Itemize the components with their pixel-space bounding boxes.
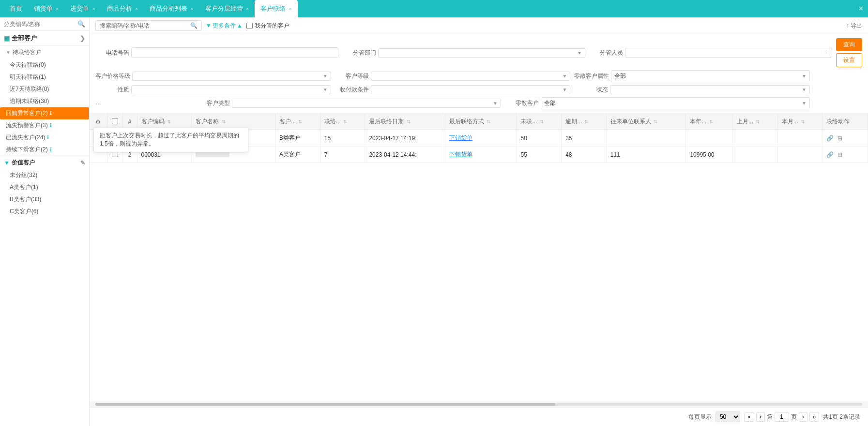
payment-select[interactable]: ▼ — [371, 85, 571, 94]
row1-last-method[interactable]: 下销货单 — [445, 130, 517, 147]
sidebar-item-tomorrow-contact[interactable]: 明天待联络(1) — [0, 71, 89, 83]
info-icon-declining: ℹ — [50, 147, 52, 153]
scrollbar-thumb[interactable] — [95, 403, 555, 406]
col-last-month[interactable]: 上月... ⇅ — [732, 114, 777, 130]
first-page-btn[interactable]: « — [744, 412, 754, 422]
setting-button[interactable]: 设置 — [836, 53, 862, 67]
sidebar-item-today-contact[interactable]: 今天待联络(0) — [0, 59, 89, 71]
sidebar-search-input[interactable] — [4, 21, 77, 28]
sidebar-item-ungrouped[interactable]: 未分组(32) — [0, 169, 89, 181]
prev-page-btn[interactable]: ‹ — [756, 412, 765, 422]
sidebar-value-group[interactable]: ▼ 价值客户 ✎ — [0, 156, 89, 169]
status-select[interactable]: ▼ — [610, 85, 810, 94]
col-contact-count[interactable]: 联络... ⇅ — [320, 114, 365, 130]
customer-type-select[interactable]: ▼ — [232, 99, 501, 108]
nature-select[interactable]: ▼ — [131, 85, 331, 94]
close-purchase-tab[interactable]: × — [92, 6, 95, 12]
close-product-list-tab[interactable]: × — [190, 6, 193, 12]
row2-last-method[interactable]: 下销货单 — [445, 147, 517, 163]
nav-item-home[interactable]: 首页 — [4, 0, 28, 17]
row1-link-icon[interactable]: 🔗 — [826, 135, 834, 142]
retail-attr-select[interactable]: 全部 ▼ — [611, 70, 810, 82]
arrow-value-icon: ▼ — [4, 160, 10, 166]
sidebar-item-c-class[interactable]: C类客户(6) — [0, 206, 89, 218]
sidebar-item-overdue-contact[interactable]: 逾期未联络(30) — [0, 95, 89, 107]
customer-level-select[interactable]: ▼ — [371, 72, 571, 81]
more-dots-icon[interactable]: ··· — [95, 100, 101, 107]
row2-this-month — [777, 147, 822, 163]
manager-select[interactable]: ··· — [625, 48, 832, 58]
status-label: 状态 — [574, 86, 608, 94]
row1-grid-icon[interactable]: ⊞ — [838, 135, 842, 142]
nav-item-product-analysis[interactable]: 商品分析 × — [101, 0, 144, 17]
col-contact-person[interactable]: 往来单位联系人 ⇅ — [606, 114, 686, 130]
customer-type-label: 客户类型 — [196, 99, 230, 107]
filter-cell-retail-attr: 零散客户属性 全部 ▼ — [574, 70, 810, 82]
query-button[interactable]: 查询 — [836, 38, 862, 51]
customer-level-down-icon: ▼ — [562, 73, 567, 79]
close-customer-contact-tab[interactable]: × — [289, 6, 291, 12]
row2-action-icons: 🔗 ⊞ — [826, 151, 864, 158]
col-level[interactable]: 客户... ⇅ — [275, 114, 320, 130]
per-page-select[interactable]: 50 20 100 — [716, 411, 740, 422]
col-last-method[interactable]: 最后联络方式 ⇅ — [445, 114, 517, 130]
last-page-btn[interactable]: » — [809, 412, 820, 422]
sidebar-item-churn-warning[interactable]: 流失预警客户(3) ℹ — [0, 119, 89, 132]
row2-action: 🔗 ⊞ — [822, 147, 868, 163]
table-container[interactable]: ⚙ # 客户编码 ⇅ 客户名称 ⇅ — [90, 114, 868, 401]
close-product-analysis-tab[interactable]: × — [135, 6, 138, 12]
nav-item-customer-contact[interactable]: 客户联络 × — [255, 0, 297, 17]
sidebar-item-7day-contact[interactable]: 近7天待联络(0) — [0, 83, 89, 95]
sidebar-group-pending-contact[interactable]: ▼ 待联络客户 — [0, 46, 89, 59]
sidebar-item-a-class[interactable]: A类客户(1) — [0, 181, 89, 193]
next-page-btn[interactable]: › — [799, 412, 807, 422]
search-button-icon[interactable]: 🔍 — [190, 22, 198, 29]
sidebar-item-b-class[interactable]: B类客户(33) — [0, 193, 89, 206]
sidebar-item-declining[interactable]: 持续下滑客户(2) ℹ — [0, 144, 89, 156]
edit-value-icon[interactable]: ✎ — [80, 160, 85, 166]
row2-link-icon[interactable]: 🔗 — [826, 151, 834, 158]
filter-row-3: 性质 ▼ 收付款条件 ▼ 状态 — [95, 85, 862, 94]
customer-type-down-icon: ▼ — [493, 101, 498, 106]
nav-item-customer-layer[interactable]: 客户分层经营 × — [199, 0, 255, 17]
sidebar-search-icon[interactable]: 🔍 — [77, 20, 85, 28]
row2-uncontacted: 55 — [517, 147, 562, 163]
payment-label: 收付款条件 — [335, 86, 369, 94]
close-all-button[interactable]: × — [859, 4, 863, 13]
main-layout: 🔍 ▦ 全部客户 ❯ ▼ 待联络客户 今天待联络(0) 明天待联络(1) 近7天… — [0, 17, 868, 426]
my-customer-check[interactable] — [246, 23, 253, 29]
sort-this-year-icon: ⇅ — [709, 119, 713, 124]
page-input[interactable] — [775, 412, 789, 422]
row1-contact-person — [606, 130, 686, 147]
col-this-month[interactable]: 本月... ⇅ — [777, 114, 822, 130]
export-button[interactable]: ↑ 导出 — [846, 22, 862, 30]
grid-icon: ▦ — [4, 35, 10, 42]
sidebar-item-churned[interactable]: 已流失客户(24) ℹ — [0, 132, 89, 144]
filter-row-4: ··· 客户类型 ▼ 零散客户 全部 ▼ — [95, 97, 862, 109]
col-this-year[interactable]: 本年... ⇅ — [686, 114, 733, 130]
sort-overdue-icon: ⇅ — [584, 119, 588, 124]
my-customer-checkbox[interactable]: 我分管的客户 — [246, 22, 289, 30]
col-uncontacted[interactable]: 未联... ⇅ — [517, 114, 562, 130]
nav-item-product-list[interactable]: 商品分析列表 × — [144, 0, 199, 17]
manager-dots-icon: ··· — [824, 50, 829, 56]
close-sales-tab[interactable]: × — [56, 6, 59, 12]
retail-customer-select[interactable]: 全部 ▼ — [541, 97, 810, 109]
filter-row-2: 客户价格等级 ▼ 客户等级 ▼ 零散客户属性 全部 — [95, 70, 862, 82]
horizontal-scrollbar[interactable] — [90, 401, 868, 407]
col-overdue[interactable]: 逾期... ⇅ — [562, 114, 607, 130]
nav-item-purchase[interactable]: 进货单 × — [64, 0, 101, 17]
collapse-sidebar-btn[interactable]: ❯ — [80, 35, 85, 42]
phone-input[interactable] — [131, 47, 338, 58]
close-customer-layer-tab[interactable]: × — [246, 6, 249, 12]
price-level-select[interactable]: ▼ — [132, 72, 331, 81]
sidebar-item-repurchase-abnormal[interactable]: 回购异常客户(2) ℹ — [0, 107, 89, 119]
dept-select[interactable]: ▼ — [378, 48, 585, 58]
col-last-date[interactable]: 最后联络日期 ⇅ — [365, 114, 445, 130]
search-input[interactable] — [100, 22, 190, 29]
nav-item-sales[interactable]: 销货单 × — [28, 0, 64, 17]
more-conditions-btn[interactable]: ▼ 更多条件 ▲ — [206, 22, 243, 30]
row2-grid-icon[interactable]: ⊞ — [838, 151, 842, 158]
select-all-checkbox[interactable] — [112, 118, 118, 124]
sidebar: 🔍 ▦ 全部客户 ❯ ▼ 待联络客户 今天待联络(0) 明天待联络(1) 近7天… — [0, 17, 90, 426]
